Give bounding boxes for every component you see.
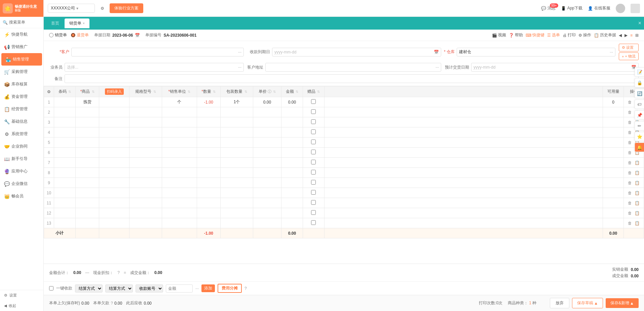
radio-return[interactable]: 退货单 xyxy=(71,32,89,38)
cell-product[interactable] xyxy=(75,188,99,198)
company-selector[interactable]: XXXXXX公司 ▾ xyxy=(48,4,95,13)
cell-gift[interactable] xyxy=(303,107,324,117)
cell-gift[interactable] xyxy=(303,198,324,208)
account-select[interactable]: 收款账号 xyxy=(136,284,163,293)
cell-product[interactable] xyxy=(75,138,99,148)
print-link[interactable]: 🖨 打印 xyxy=(563,32,576,38)
delete-icon[interactable]: 🗑 xyxy=(628,160,632,165)
cell-pkg-qty[interactable] xyxy=(221,107,253,117)
cell-unit[interactable] xyxy=(162,178,197,188)
sidebar-item-3[interactable]: 🛒采购管理 xyxy=(0,66,43,78)
delete-icon[interactable]: 🗑 xyxy=(628,130,632,135)
receipt-date-input[interactable]: yyyy-mm-dd 📅 xyxy=(272,48,441,56)
sidebar-item-13[interactable]: 👑畅会员 xyxy=(0,190,43,202)
sidebar-item-7[interactable]: 🔧基础信息 xyxy=(0,115,43,128)
cell-pkg-qty[interactable] xyxy=(221,138,253,148)
user-menu[interactable] xyxy=(631,4,640,13)
cell-spec[interactable] xyxy=(129,138,162,148)
delete-icon[interactable]: 🗑 xyxy=(628,181,632,185)
radio-sales[interactable]: 销货单 xyxy=(49,32,67,38)
cell-gift[interactable] xyxy=(303,127,324,138)
cell-barcode[interactable] xyxy=(54,168,76,178)
sidebar-item-0[interactable]: ⚡快捷导航 xyxy=(0,28,43,41)
salesperson-dots[interactable]: ··· xyxy=(238,65,241,70)
cell-price[interactable]: 0.00 xyxy=(253,97,281,107)
shortcut-link[interactable]: ⌨ 快捷键 xyxy=(526,32,544,38)
copy-icon[interactable]: 📋 xyxy=(635,181,640,185)
cell-qty[interactable] xyxy=(197,107,220,117)
cell-spec[interactable] xyxy=(129,208,162,218)
cell-barcode[interactable] xyxy=(54,208,76,218)
customer-dots[interactable]: ··· xyxy=(238,50,241,54)
nav-prev-btn[interactable]: ◀ xyxy=(619,33,622,38)
sidebar-item-2[interactable]: 🏪销售管理 xyxy=(1,53,42,66)
cell-pkg-qty[interactable] xyxy=(221,198,253,208)
logistics-btn[interactable]: + + 物流 xyxy=(619,52,639,60)
cell-product[interactable] xyxy=(75,107,99,117)
cell-spec[interactable] xyxy=(129,218,162,228)
cell-amount[interactable] xyxy=(281,107,303,117)
cell-spec[interactable] xyxy=(129,117,162,127)
cell-pkg-qty[interactable] xyxy=(221,208,253,218)
cell-product[interactable] xyxy=(75,208,99,218)
cell-barcode[interactable] xyxy=(54,97,76,107)
cell-product[interactable] xyxy=(75,168,99,178)
cell-qty[interactable] xyxy=(197,127,220,138)
cell-price[interactable] xyxy=(253,208,281,218)
cell-spec[interactable] xyxy=(129,107,162,117)
cell-pkg-qty[interactable] xyxy=(221,158,253,168)
cell-amount[interactable] xyxy=(281,148,303,158)
copy-icon[interactable]: 📋 xyxy=(635,211,640,216)
cell-qty[interactable] xyxy=(197,198,220,208)
cell-pkg-qty[interactable]: 1个 xyxy=(221,97,253,107)
add-btn[interactable]: 添加 xyxy=(201,284,215,292)
cell-amount[interactable] xyxy=(281,178,303,188)
cell-product[interactable] xyxy=(75,218,99,228)
cell-unit[interactable] xyxy=(162,127,197,138)
cell-gift[interactable] xyxy=(303,138,324,148)
cell-barcode[interactable] xyxy=(54,107,76,117)
nav-next-btn[interactable]: ▶ xyxy=(624,33,628,38)
cell-amount[interactable] xyxy=(281,188,303,198)
copy-icon[interactable]: 📋 xyxy=(635,201,640,205)
list-view-btn[interactable]: ≡ xyxy=(630,33,633,38)
cell-unit[interactable] xyxy=(162,158,197,168)
cell-product[interactable] xyxy=(75,127,99,138)
cell-spec[interactable] xyxy=(129,188,162,198)
cell-qty[interactable] xyxy=(197,168,220,178)
float-lock-btn[interactable]: 🔒 xyxy=(635,78,644,87)
salesperson-input[interactable]: 选择... ··· xyxy=(65,63,244,72)
operation-link[interactable]: ⚙ 操作 xyxy=(578,32,591,38)
sidebar-item-6[interactable]: 📋经营管理 xyxy=(0,103,43,115)
cell-unit[interactable] xyxy=(162,107,197,117)
cell-pkg-qty[interactable] xyxy=(221,117,253,127)
save-new-btn[interactable]: 保存&新增 ▲ xyxy=(606,298,639,308)
save-draft-btn[interactable]: 保存草稿 ▲ xyxy=(572,298,603,308)
cell-gift[interactable] xyxy=(303,168,324,178)
cell-barcode[interactable] xyxy=(54,148,76,158)
cell-amount[interactable] xyxy=(281,198,303,208)
cell-spec[interactable] xyxy=(129,127,162,138)
cell-unit[interactable] xyxy=(162,117,197,127)
online-service-btn[interactable]: 👤 在线客服 xyxy=(588,5,610,11)
cell-price[interactable] xyxy=(253,148,281,158)
cell-gift[interactable] xyxy=(303,148,324,158)
cell-unit[interactable] xyxy=(162,138,197,148)
tab-close-icon[interactable]: × xyxy=(83,22,85,25)
cell-qty[interactable] xyxy=(197,208,220,218)
cell-qty[interactable] xyxy=(197,138,220,148)
expense-help-icon[interactable]: ? xyxy=(244,286,247,291)
cell-barcode[interactable] xyxy=(54,198,76,208)
cell-amount[interactable] xyxy=(281,218,303,228)
header-settings-btn[interactable]: ⚙ xyxy=(98,4,107,13)
addr-dots[interactable]: ··· xyxy=(435,65,439,70)
cell-barcode[interactable] xyxy=(54,138,76,148)
notes-input[interactable] xyxy=(65,74,639,83)
grid-view-btn[interactable]: ⊞ xyxy=(635,33,639,38)
delete-icon[interactable]: 🗑 xyxy=(628,170,632,175)
cell-unit[interactable] xyxy=(162,198,197,208)
cell-spec[interactable] xyxy=(129,97,162,107)
cell-qty[interactable] xyxy=(197,218,220,228)
help-link[interactable]: ❓ 帮助 xyxy=(509,32,523,38)
float-star-btn[interactable]: ⭐ xyxy=(635,132,644,141)
